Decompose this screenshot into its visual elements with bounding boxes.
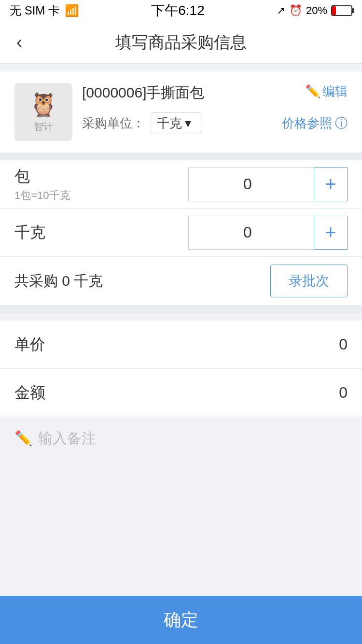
product-card: 🦉 智计 [0000006]手撕面包 ✏️ 编辑 采购单位： 千克 ▾ 价格参照…: [0, 71, 362, 153]
unit-price-value: 0: [339, 336, 348, 353]
unit-price-label: 单价: [14, 334, 45, 355]
product-unit-row: 采购单位： 千克 ▾ 价格参照 ⓘ: [82, 112, 348, 134]
product-info: [0000006]手撕面包 ✏️ 编辑 采购单位： 千克 ▾ 价格参照 ⓘ: [82, 83, 348, 134]
amount-label: 金额: [14, 382, 45, 404]
pack-sub-label: 1包=10千克: [14, 188, 72, 203]
status-bar: 无 SIM 卡 📶 下午6:12 ↗ ⏰ 20%: [0, 0, 362, 21]
edit-button[interactable]: ✏️ 编辑: [305, 83, 348, 100]
summary-row: 共采购 0 千克 录批次: [0, 257, 362, 305]
status-time: 下午6:12: [151, 1, 205, 20]
unit-select[interactable]: 千克 ▾: [151, 112, 201, 134]
pencil-icon: ✏️: [14, 430, 32, 447]
pack-quantity-input[interactable]: [188, 168, 314, 201]
product-image: 🦉 智计: [14, 83, 72, 141]
pack-label: 包: [14, 166, 72, 187]
pack-label-group: 包 1包=10千克: [14, 166, 72, 203]
unit-value: 千克: [157, 115, 182, 132]
unit-price-row: 单价 0: [0, 321, 362, 369]
price-ref-button[interactable]: 价格参照 ⓘ: [282, 115, 348, 132]
input-section: 包 1包=10千克 + 千克 + 共采购 0 千克 录批次: [0, 160, 362, 305]
kg-quantity-input[interactable]: [188, 216, 314, 250]
sim-label: 无 SIM 卡: [10, 3, 60, 18]
status-right: ↗ ⏰ 20%: [277, 4, 352, 17]
pack-input-right: +: [72, 168, 348, 201]
price-ref-label: 价格参照: [282, 115, 332, 132]
nav-bar: ‹ 填写商品采购信息: [0, 21, 362, 64]
remark-section[interactable]: ✏️ 输入备注: [0, 417, 362, 460]
page-title: 填写商品采购信息: [115, 31, 247, 54]
edit-icon: ✏️: [305, 84, 320, 99]
owl-icon: 🦉: [29, 91, 58, 118]
location-icon: ↗: [277, 4, 285, 17]
summary-text: 共采购 0 千克: [14, 271, 103, 291]
amount-row: 金额 0: [0, 369, 362, 417]
pack-plus-icon: +: [325, 173, 336, 195]
kg-plus-icon: +: [325, 222, 336, 243]
pack-input-row: 包 1包=10千克 +: [0, 160, 362, 209]
kg-input-right: +: [72, 216, 348, 250]
product-image-text: 智计: [34, 120, 53, 133]
confirm-label: 确定: [164, 608, 198, 632]
empty-space: [0, 460, 362, 605]
product-name: [0000006]手撕面包: [82, 83, 204, 103]
back-chevron-icon: ‹: [16, 32, 22, 53]
dropdown-icon: ▾: [185, 116, 191, 131]
battery-percent: 20%: [306, 4, 327, 17]
back-button[interactable]: ‹: [0, 21, 39, 64]
status-left: 无 SIM 卡 📶: [10, 3, 79, 18]
confirm-button[interactable]: 确定: [0, 596, 362, 644]
kg-label-group: 千克: [14, 222, 72, 243]
wifi-icon: 📶: [65, 4, 79, 17]
amount-value: 0: [339, 384, 348, 402]
help-icon: ⓘ: [335, 115, 348, 132]
kg-label: 千克: [14, 222, 72, 243]
unit-label: 采购单位：: [82, 115, 145, 132]
kg-plus-button[interactable]: +: [314, 216, 348, 250]
batch-button[interactable]: 录批次: [270, 265, 348, 297]
section-divider-2: [0, 305, 362, 313]
product-name-row: [0000006]手撕面包 ✏️ 编辑: [82, 83, 348, 103]
section-divider-1: [0, 153, 362, 160]
info-section: 单价 0 金额 0: [0, 321, 362, 417]
edit-label: 编辑: [322, 83, 348, 100]
remark-placeholder: 输入备注: [38, 429, 96, 448]
battery-icon: [331, 5, 352, 16]
kg-input-row: 千克 +: [0, 209, 362, 257]
batch-label: 录批次: [289, 272, 329, 290]
pack-plus-button[interactable]: +: [314, 168, 348, 201]
alarm-icon: ⏰: [289, 4, 302, 17]
